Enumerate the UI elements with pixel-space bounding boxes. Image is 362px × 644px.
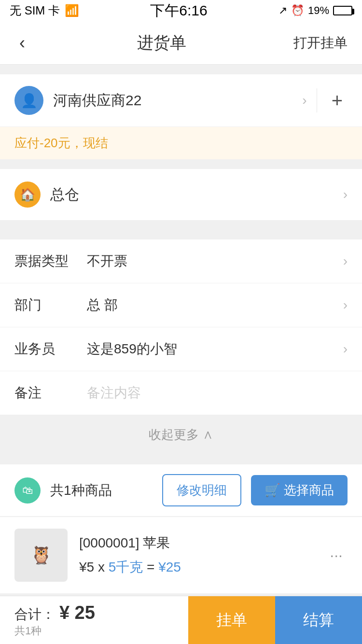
product-name: [0000001] 苹果 [79, 534, 325, 552]
main-content: 👤 河南供应商22 › + 应付-20元，现结 🏠 总仓 › 票据类型 不开票 … [0, 65, 362, 642]
owl-logo: 🦉 [30, 545, 52, 565]
collapse-button[interactable]: 收起更多 ∧ [0, 415, 362, 455]
salesperson-label: 业务员 [14, 340, 82, 358]
supplier-arrow-icon: › [302, 93, 306, 108]
invoice-arrow-icon: › [343, 253, 348, 269]
open-pending-button[interactable]: 打开挂单 [293, 34, 348, 52]
bag-icon: 🛍 [22, 484, 33, 497]
department-arrow-icon: › [343, 297, 348, 313]
battery-percent: 19% [308, 4, 329, 17]
location-icon: ↗ [278, 4, 287, 17]
warehouse-section: 🏠 总仓 › [0, 169, 362, 220]
avatar-icon: 👤 [21, 93, 38, 109]
products-icon: 🛍 [14, 477, 41, 504]
invoice-type-value: 不开票 [82, 252, 338, 270]
salesperson-arrow-icon: › [343, 341, 348, 357]
status-right: ↗ ⏰ 19% [278, 4, 352, 17]
supplier-row[interactable]: 👤 河南供应商22 › + [0, 74, 362, 127]
status-carrier: 无 SIM 卡 📶 [10, 3, 79, 18]
department-label: 部门 [14, 296, 82, 314]
department-row[interactable]: 部门 总 部 › [0, 283, 362, 327]
salesperson-value: 这是859的小智 [82, 340, 338, 358]
page-title: 进货单 [137, 32, 186, 54]
products-header: 🛍 共1种商品 修改明细 🛒 选择商品 [0, 464, 362, 516]
status-bar: 无 SIM 卡 📶 下午6:16 ↗ ⏰ 19% [0, 0, 362, 21]
product-item: 🦉 [0000001] 苹果 ¥5 x 5千克 = ¥25 ··· [0, 517, 362, 593]
invoice-type-label: 票据类型 [14, 252, 82, 270]
edit-detail-button[interactable]: 修改明细 [162, 474, 241, 506]
wifi-icon: 📶 [65, 4, 79, 17]
product-code: [0000001] [79, 535, 143, 550]
quantity: 5千克 [109, 560, 143, 574]
total-count: 共1种 [14, 624, 174, 638]
products-count: 共1种商品 [50, 481, 153, 500]
warehouse-name: 总仓 [50, 185, 338, 205]
total-section: 合计： ¥ 25 共1种 [0, 602, 188, 638]
total-amount: 合计： ¥ 25 [14, 602, 174, 624]
warehouse-row[interactable]: 🏠 总仓 › [0, 169, 362, 220]
supplier-section: 👤 河南供应商22 › + 应付-20元，现结 [0, 74, 362, 159]
supplier-notice: 应付-20元，现结 [0, 127, 362, 159]
product-price: ¥5 x 5千克 = ¥25 [79, 558, 325, 576]
remark-row[interactable]: 备注 备注内容 [0, 371, 362, 415]
divider [317, 88, 317, 112]
form-section: 票据类型 不开票 › 部门 总 部 › 业务员 这是859的小智 › 备注 备注… [0, 239, 362, 415]
total-value: ¥ 25 [59, 602, 95, 623]
warehouse-symbol: 🏠 [20, 187, 35, 202]
supplier-name: 河南供应商22 [53, 91, 297, 111]
hang-order-button[interactable]: 挂单 [188, 596, 275, 644]
equals-sign: = [147, 560, 158, 574]
checkout-button[interactable]: 结算 [275, 596, 362, 644]
back-button[interactable]: ‹ [14, 28, 30, 58]
alarm-icon: ⏰ [291, 4, 304, 17]
warehouse-arrow-icon: › [343, 187, 348, 202]
total-price: ¥25 [158, 560, 181, 574]
invoice-type-row[interactable]: 票据类型 不开票 › [0, 239, 362, 283]
add-button[interactable]: + [327, 90, 348, 112]
warehouse-icon: 🏠 [14, 182, 41, 208]
product-more-button[interactable]: ··· [325, 542, 348, 569]
select-product-button[interactable]: 🛒 选择商品 [251, 475, 348, 505]
cart-icon: 🛒 [265, 483, 280, 498]
product-info: [0000001] 苹果 ¥5 x 5千克 = ¥25 [79, 534, 325, 576]
battery-icon [333, 6, 352, 15]
product-thumbnail: 🦉 [14, 529, 68, 582]
remark-placeholder: 备注内容 [82, 384, 348, 402]
product-title: 苹果 [143, 535, 170, 550]
salesperson-row[interactable]: 业务员 这是859的小智 › [0, 327, 362, 371]
nav-bar: ‹ 进货单 打开挂单 [0, 21, 362, 65]
total-label: 合计： [14, 607, 55, 622]
bottom-bar: 合计： ¥ 25 共1种 挂单 结算 [0, 596, 362, 644]
department-value: 总 部 [82, 296, 338, 314]
supplier-avatar: 👤 [14, 86, 43, 115]
status-time: 下午6:16 [150, 1, 207, 21]
unit-price: ¥5 x [79, 560, 109, 574]
remark-label: 备注 [14, 384, 82, 402]
